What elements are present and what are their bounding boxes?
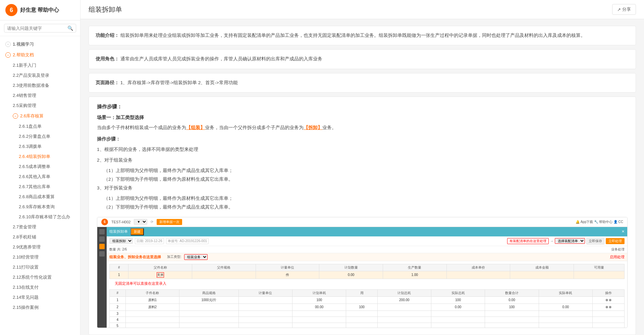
mock-tab-new[interactable]: 新建 [130,228,144,235]
content-area: 功能介绍： 组装拆卸单用来处理企业组装或拆卸等加工业务，支持有固定装配清单的产品… [80,19,644,335]
mock-logo: 6 [101,219,108,225]
mock-sidebar-icon-4 [99,251,105,257]
mock-sub-th-3: 商品规格 [179,289,238,296]
step2-2: （2）下部明细为子件明细，最终作为原材料生成其它出库单。 [104,175,628,184]
mock-child-row-3: 3 [110,311,625,317]
mock-th-prod: 生产数量 [383,264,446,271]
nav-sub-2-7[interactable]: 2.7资金管理 [0,222,80,232]
mock-th-plan: 计划数量 [319,264,383,271]
mock-sub-th-4: 计量单位 [238,289,292,296]
step2: 2、对于组装业务 [97,156,628,165]
mock-date-field: 日期: 2019-12-26 [135,238,164,244]
mock-sub-th-10: 实际单耗 [539,289,592,296]
mock-arrow: → [550,239,553,243]
search-icon[interactable]: 🔍 [67,25,73,31]
mock-th-cost-price: 成本单价 [446,264,510,271]
nav-tree: + 1.视频学习 − 2.帮助文档 2.1新手入门 2.2产品安装及登录 2.3… [0,36,80,335]
nav-item-2-6[interactable]: − 2.6库存核算 2.6.1盘点单 2.6.2分量盘点单 2.6.3调拨单 2… [0,111,80,222]
nav-sub-2-6-4[interactable]: 2.6.4组装拆卸单 [0,152,80,162]
mock-close-icon[interactable]: ✕ [622,229,625,234]
mock-new-btn[interactable]: 新增单据一次 [157,219,182,225]
nav-sub-2-9[interactable]: 2.9优惠券管理 [0,242,80,252]
nav-sub-2-6-1[interactable]: 2.6.1盘点单 [0,121,80,131]
nav-sub-2-6-2[interactable]: 2.6.2分量盘点单 [0,131,80,142]
step3-1: （1）上部明细为父件明细，最终作为原材料生成其它出库单； [104,194,628,203]
sidebar: 6 好生意 帮助中心 🔍 + 1.视频学习 − 2.帮助文档 2.1新手入门 2… [0,0,80,335]
mock-icons: 🔔 App下载 🔧 帮助中心 👤 CC [576,220,623,224]
share-button[interactable]: ↗ 分享 [612,4,636,15]
role-block: 使用角色： 通常由生产人员或库管人员完成拆装业务的操作，库管人员确认原材料的出库… [89,49,636,69]
mock-sub-th-6: 用 [346,289,377,296]
mock-bom-select[interactable]: 选择装配清单 [555,238,585,244]
nav-sub-2-6-5[interactable]: 2.6.5成本调整单 [0,162,80,172]
mock-parent-table: # 父件名称 父件规格 计量单位 计划数量 生产数量 成本单价 成本金额 [109,264,625,279]
annotation-1: 有装配清单的在这里处理 [507,238,549,244]
nav-sub-2-2[interactable]: 2.2产品安装及登录 [0,70,80,80]
nav-sub-2-6-10[interactable]: 2.6.10库存账本错了怎么办 [0,212,80,222]
mock-docno-field: 单据号: AD-20191226-001 [166,238,209,244]
expand-icon-2: − [5,52,11,58]
nav-label-2-6: 2.6库存核算 [20,113,75,119]
steps-title: 操作步骤： [97,104,628,110]
mock-save-btn[interactable]: 立即保存 [586,238,604,244]
path-text: 1、库存核算->库存管理->组装拆卸单 2、首页->常用功能 [120,80,238,85]
mock-select[interactable]: ▼ [134,219,147,225]
nav-sub-2-6-6[interactable]: 2.6.6其他入库单 [0,172,80,182]
nav-item-1[interactable]: + 1.视频学习 [0,39,80,50]
path-label: 页面路径： [96,80,119,85]
nav-sub-2-6-8[interactable]: 2.6.8商品成本重算 [0,192,80,202]
mock-process-btn[interactable]: 立即处理 [606,238,625,244]
nav-sub-2-4[interactable]: 2.4销售管理 [0,91,80,101]
annotation-enable: 启用处理 [610,255,625,260]
mock-sub-th-11: 操作 [593,289,625,296]
nav-sub-2-12[interactable]: 2.12系统个性化设置 [0,272,80,282]
role-label: 使用角色： [96,56,119,61]
step2-1: （1）上部明细为父件明细，最终作为产成品生成其它入库单； [104,166,628,175]
mock-type-select[interactable]: 组装拆卸 [109,238,133,244]
nav-sub-2-1[interactable]: 2.1新手入门 [0,60,80,70]
main-content: 组装拆卸单 ↗ 分享 功能介绍： 组装拆卸单用来处理企业组装或拆卸等加工业务，支… [80,0,644,335]
mock-type-label: 加工类型: [167,255,181,259]
mock-sidebar-icon-3 [99,244,105,249]
scenario1-desc: 当由多个子件材料组装成一个成品的业务为【组装】业务，当由一个父件拆分成多个子产品… [97,123,628,132]
mock-th-avail: 可用量 [574,264,624,271]
nav-sub-2-6-3[interactable]: 2.6.3调拨单 [0,142,80,152]
logo-icon: 6 [5,4,17,16]
nav-sub-2-10[interactable]: 2.10经营管理 [0,252,80,262]
mock-child-table: # 子件名称 商品规格 计量单位 计划单耗 用 计划总耗 实际总耗 [109,289,625,328]
page-title: 组装拆卸单 [89,5,122,14]
screenshot-image: 6 TEST-H002 ▼ ⟳ 新增单据一次 🔔 App下载 🔧 帮助中心 👤 … [97,217,628,328]
nav-item-2[interactable]: − 2.帮助文档 2.1新手入门 2.2产品安装及登录 2.3使用前数据准备 2… [0,50,80,313]
mock-th-num: # [110,264,128,271]
mock-th-name: 父件名称 [128,264,192,271]
mock-sub-th-9: 数量合计 [485,289,539,296]
topbar: 组装拆卸单 ↗ 分享 [80,0,644,19]
nav-sub-2-3[interactable]: 2.3使用前数据准备 [0,80,80,91]
nav-sub-2-11[interactable]: 2.11打印设置 [0,262,80,272]
step1: 1、根据不同的业务，选择不同单据的类型来处理 [97,145,628,154]
mock-app-id: TEST-H002 [111,220,130,224]
nav-sub-2-6-7[interactable]: 2.6.7其他出库单 [0,182,80,192]
step3: 3、对于拆装业务 [97,184,628,192]
intro-label: 功能介绍： [96,33,119,38]
nav-sub-2-8[interactable]: 2.8手机旺铺 [0,232,80,242]
expand-icon-2-6: − [13,113,18,119]
mock-window-title: 组装拆卸单 [109,229,128,234]
nav-sub-2-14[interactable]: 2.14常见问题 [0,292,80,302]
search-box: 🔍 [0,20,80,36]
nav-sub-2-6-9[interactable]: 2.6.9库存账本查询 [0,202,80,212]
annotation-no-bom: 无固定清单可以直接在这里录入 [115,281,166,285]
assembly-link[interactable]: 【组装】 [186,125,205,130]
mock-child-row-2: 2 原料2 00.00 100 0.00 [110,303,625,311]
disassembly-link[interactable]: 【拆卸】 [304,125,322,130]
steps-block: 操作步骤： 场景一：加工类型选择 当由多个子件材料组装成一个成品的业务为【组装】… [89,97,636,335]
search-input[interactable] [7,26,67,31]
nav-sub-2-13[interactable]: 2.13在线支付 [0,282,80,292]
mock-sub-th-7: 计划总耗 [377,289,431,296]
mock-sub-th-8: 实际总耗 [431,289,485,296]
role-text: 通常由生产人员或库管人员完成拆装业务的操作，库管人员确认原材料的出库和产成品的入… [120,56,322,61]
nav-sub-2-15[interactable]: 2.15操作案例 [0,302,80,313]
mock-sub-th-2: 子件名称 [125,289,179,296]
mock-proc-type[interactable]: 组装业务 [184,254,208,260]
nav-sub-2-5[interactable]: 2.5采购管理 [0,101,80,111]
